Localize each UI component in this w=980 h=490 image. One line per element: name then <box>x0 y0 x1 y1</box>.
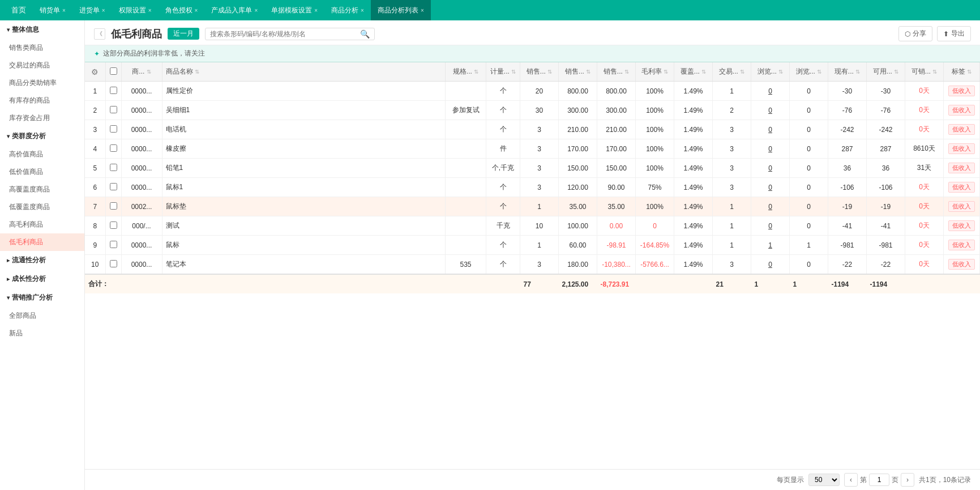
browse1-link[interactable]: 0 <box>768 261 772 269</box>
th-tag[interactable]: 标签 ⇅ <box>944 62 980 82</box>
th-unit[interactable]: 计量... ⇅ <box>486 62 520 82</box>
sidebar-item-category-rate[interactable]: 商品分类助销率 <box>0 74 84 92</box>
sidebar-group-growth-title[interactable]: ▸ 成长性分析 <box>0 270 84 288</box>
sidebar-item-low-coverage[interactable]: 低覆盖度商品 <box>0 198 84 216</box>
row-checkbox[interactable] <box>110 164 117 171</box>
sidebar-item-in-stock[interactable]: 有库存的商品 <box>0 92 84 109</box>
th-settings[interactable]: ⚙ <box>85 62 105 82</box>
browse1-link[interactable]: 0 <box>768 87 772 95</box>
row-checkbox[interactable] <box>110 183 117 190</box>
nav-template[interactable]: 单据模板设置× <box>264 0 324 20</box>
cell-browse1: 0 <box>751 178 790 197</box>
browse1-link[interactable]: 0 <box>768 106 772 114</box>
row-checkbox[interactable] <box>110 260 117 267</box>
share-button[interactable]: ⬡ 分享 <box>898 26 932 41</box>
nav-permission[interactable]: 权限设置× <box>112 0 159 20</box>
totals-empty-margin <box>636 274 674 293</box>
sidebar-item-all-goods[interactable]: 全部商品 <box>0 307 84 325</box>
cell-coverage: 1.49% <box>674 82 713 101</box>
select-all-checkbox[interactable] <box>110 67 117 75</box>
page-size-label: 每页显示 <box>777 475 804 485</box>
th-trade[interactable]: 交易... ⇅ <box>713 62 751 82</box>
nav-close-permission[interactable]: × <box>148 7 152 14</box>
cell-current: -106 <box>828 178 867 197</box>
page-size-select[interactable]: 50 20 100 200 <box>808 474 840 486</box>
next-page-button[interactable]: › <box>901 473 914 487</box>
row-checkbox[interactable] <box>110 106 117 113</box>
th-spec[interactable]: 规格... ⇅ <box>446 62 486 82</box>
cell-browse1: 0 <box>751 159 790 178</box>
nav-role[interactable]: 角色授权× <box>159 0 205 20</box>
row-checkbox[interactable] <box>110 241 117 248</box>
nav-product-entry[interactable]: 产成品入库单× <box>204 0 264 20</box>
browse1-link[interactable]: 0 <box>768 184 772 191</box>
browse1-link[interactable]: 0 <box>768 222 772 230</box>
browse1-link[interactable]: 0 <box>768 126 772 134</box>
browse1-link[interactable]: 0 <box>768 203 772 211</box>
nav-close-product-entry[interactable]: × <box>254 7 258 14</box>
row-checkbox[interactable] <box>110 125 117 133</box>
sidebar-item-high-coverage[interactable]: 高覆盖度商品 <box>0 181 84 198</box>
nav-goods-analysis-list[interactable]: 商品分析列表× <box>371 0 431 20</box>
cell-browse1: 0 <box>751 216 790 236</box>
sidebar-item-high-value[interactable]: 高价值商品 <box>0 146 84 163</box>
settings-icon[interactable]: ⚙ <box>91 67 99 76</box>
row-checkbox[interactable] <box>110 202 117 210</box>
sidebar-group-overall-title[interactable]: ▾ 整体信息 <box>0 20 84 39</box>
nav-close-purchase[interactable]: × <box>102 7 105 14</box>
table-footer: 每页显示 50 20 100 200 ‹ 第 页 › 共1页，10条记录 <box>85 469 980 490</box>
th-gross-margin[interactable]: 毛利率 ⇅ <box>636 62 674 82</box>
sidebar-item-low-margin[interactable]: 低毛利商品 <box>0 233 84 251</box>
sidebar-item-high-margin[interactable]: 高毛利商品 <box>0 216 84 233</box>
sidebar-item-traded-goods[interactable]: 交易过的商品 <box>0 57 84 74</box>
sidebar-group-flow: ▸ 流通性分析 <box>0 251 84 270</box>
nav-close-goods-list[interactable]: × <box>421 7 424 14</box>
row-checkbox[interactable] <box>110 221 117 229</box>
th-name[interactable]: 商品名称 ⇅ <box>162 62 446 82</box>
tag-badge: 低收入 <box>948 259 975 270</box>
nav-goods-analysis[interactable]: 商品分析× <box>324 0 371 20</box>
cell-available: -30 <box>867 82 905 101</box>
sidebar-item-sales-goods[interactable]: 销售类商品 <box>0 39 84 57</box>
th-available[interactable]: 可用... ⇅ <box>867 62 905 82</box>
page-input[interactable] <box>869 474 889 486</box>
time-filter-button[interactable]: 近一月 <box>168 28 199 40</box>
export-button[interactable]: ⬆ 导出 <box>937 26 971 41</box>
th-sales-qty[interactable]: 销售... ⇅ <box>520 62 559 82</box>
collapse-sidebar-button[interactable]: 《 <box>94 28 105 40</box>
sidebar-item-new-goods[interactable]: 新品 <box>0 325 84 342</box>
tag-badge: 低收入 <box>948 201 975 212</box>
nav-close-sales[interactable]: × <box>62 7 66 14</box>
cell-code: 0000... <box>121 159 162 178</box>
th-code[interactable]: 商... ⇅ <box>121 62 162 82</box>
browse1-link[interactable]: 0 <box>768 164 772 172</box>
nav-purchase[interactable]: 进货单× <box>72 0 112 20</box>
th-browse2[interactable]: 浏览... ⇅ <box>790 62 828 82</box>
row-checkbox[interactable] <box>110 87 117 94</box>
search-input[interactable] <box>210 30 358 38</box>
search-icon[interactable]: 🔍 <box>360 29 370 39</box>
nav-close-role[interactable]: × <box>195 7 198 14</box>
nav-sales[interactable]: 销货单× <box>33 0 72 20</box>
sidebar-item-capital[interactable]: 库存资金占用 <box>0 109 84 127</box>
browse1-link[interactable]: 0 <box>768 145 772 153</box>
th-sales-profit[interactable]: 销售... ⇅ <box>597 62 636 82</box>
nav-home[interactable]: 首页 <box>5 0 33 20</box>
th-coverage[interactable]: 覆盖... ⇅ <box>674 62 713 82</box>
th-saleable[interactable]: 可销... ⇅ <box>905 62 944 82</box>
sidebar-item-low-value[interactable]: 低价值商品 <box>0 163 84 181</box>
nav-close-template[interactable]: × <box>314 7 318 14</box>
sidebar-group-flow-title[interactable]: ▸ 流通性分析 <box>0 251 84 270</box>
sidebar-group-cluster-title[interactable]: ▾ 类群度分析 <box>0 127 84 146</box>
browse1-link[interactable]: 1 <box>768 241 772 249</box>
th-browse1[interactable]: 浏览... ⇅ <box>751 62 790 82</box>
th-current[interactable]: 现有... ⇅ <box>828 62 867 82</box>
notice-text: 这部分商品的利润非常低，请关注 <box>103 49 205 58</box>
prev-page-button[interactable]: ‹ <box>844 473 858 487</box>
row-checkbox[interactable] <box>110 144 117 152</box>
nav-close-goods-analysis[interactable]: × <box>361 7 364 14</box>
cell-gross-margin: 75% <box>636 178 674 197</box>
th-sales-price[interactable]: 销售... ⇅ <box>559 62 597 82</box>
cell-coverage: 1.49% <box>674 120 713 139</box>
sidebar-group-marketing-title[interactable]: ▾ 营销推广分析 <box>0 288 84 307</box>
